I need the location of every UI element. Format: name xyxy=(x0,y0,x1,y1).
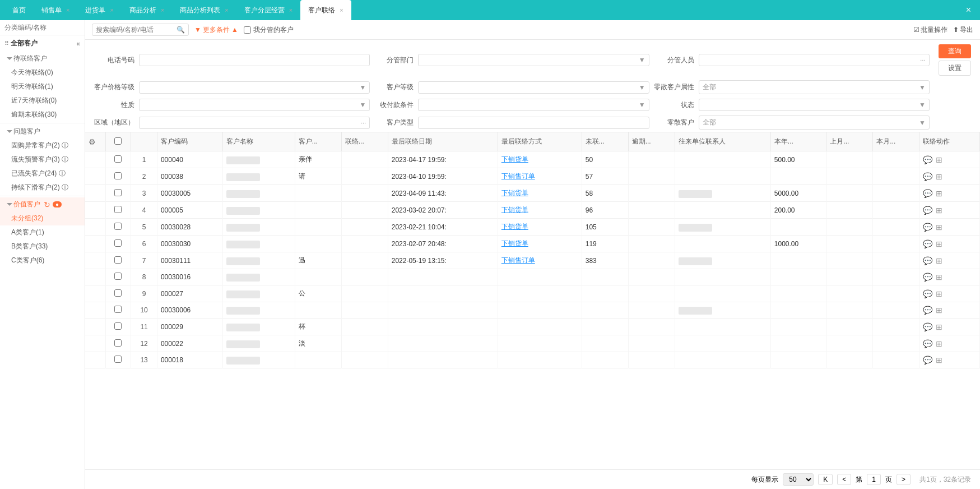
code-col-header[interactable]: 客户编码 xyxy=(157,132,222,151)
search-input[interactable] xyxy=(96,26,174,34)
sidebar-item-class-c[interactable]: C类客户(6) xyxy=(0,253,85,267)
grid-icon[interactable]: ⊞ xyxy=(936,223,942,232)
close-sales-tab[interactable]: × xyxy=(66,7,69,13)
contact-method-link[interactable]: 下销货单 xyxy=(501,223,528,230)
row-checkbox[interactable] xyxy=(114,155,122,163)
sidebar-item-churn-warning[interactable]: 流失预警客户(3) ⓘ xyxy=(0,153,85,167)
contact-method-link[interactable]: 下销售订单 xyxy=(501,172,535,180)
tab-goods-analysis[interactable]: 商品分析 × xyxy=(122,0,172,20)
row-checkbox[interactable] xyxy=(114,223,122,230)
tab-customer-tier[interactable]: 客户分层经营 × xyxy=(236,0,300,20)
checkbox-cell[interactable] xyxy=(105,319,131,335)
page-size-select[interactable]: 50 100 xyxy=(783,473,814,486)
cust-type-input[interactable] xyxy=(418,117,649,129)
price-level-select[interactable]: ▼ xyxy=(139,81,370,94)
sidebar-search-input[interactable] xyxy=(4,24,85,31)
close-purchase-tab[interactable]: × xyxy=(110,7,113,13)
manager-dots-btn[interactable]: ··· xyxy=(920,56,926,64)
dept-select[interactable]: ▼ xyxy=(418,54,649,66)
contact-method-link[interactable]: 下销货单 xyxy=(501,239,528,247)
close-goods-analysis-tab[interactable]: × xyxy=(161,7,164,13)
cust-level-select[interactable]: ▼ xyxy=(418,81,649,94)
sidebar-item-abnormal[interactable]: 固购异常客户(2) ⓘ xyxy=(0,139,85,153)
this-month-col-header[interactable]: 本月... xyxy=(873,132,919,151)
checkbox-cell[interactable] xyxy=(105,269,131,285)
close-goods-list-tab[interactable]: × xyxy=(225,7,228,13)
checkbox-cell[interactable] xyxy=(105,151,131,168)
checkbox-cell[interactable] xyxy=(105,168,131,185)
region-input[interactable]: ··· xyxy=(139,117,370,129)
contact-method-link[interactable]: 下销售订单 xyxy=(501,256,535,264)
grid-icon[interactable]: ⊞ xyxy=(936,189,942,198)
my-customers-check[interactable] xyxy=(244,26,251,34)
checkbox-cell[interactable] xyxy=(105,185,131,202)
prev-page-btn[interactable]: < xyxy=(837,474,851,485)
settings-col-header[interactable]: ⚙ xyxy=(85,132,105,151)
row-checkbox[interactable] xyxy=(114,356,122,363)
next-page-btn[interactable]: > xyxy=(897,474,911,485)
checkbox-cell[interactable] xyxy=(105,302,131,319)
last-method-col-header[interactable]: 最后联络方式 xyxy=(498,132,582,151)
manager-input[interactable]: ··· xyxy=(699,54,930,66)
grid-icon[interactable]: ⊞ xyxy=(936,273,942,282)
sidebar-item-tomorrow-pending[interactable]: 明天待联络(1) xyxy=(0,80,85,94)
settings-icon[interactable]: ⚙ xyxy=(89,137,96,146)
contact-method-link[interactable]: 下销货单 xyxy=(501,206,528,214)
all-customers-header[interactable]: ⠿ 全部客户 « xyxy=(0,35,85,52)
nature-select[interactable]: ▼ xyxy=(139,99,370,111)
chat-icon[interactable]: 💬 xyxy=(923,256,932,265)
sidebar-item-class-b[interactable]: B类客户(33) xyxy=(0,239,85,253)
batch-operation-btn[interactable]: ☑ 批量操作 xyxy=(913,25,948,35)
contact-col-header[interactable]: 联络... xyxy=(341,132,388,151)
sidebar-item-declining[interactable]: 持续下滑客户(2) ⓘ xyxy=(0,181,85,195)
close-customer-contact-tab[interactable]: × xyxy=(340,7,343,13)
row-checkbox[interactable] xyxy=(114,339,122,347)
row-checkbox[interactable] xyxy=(114,189,122,196)
row-checkbox[interactable] xyxy=(114,172,122,179)
reset-btn[interactable]: 设置 xyxy=(939,61,971,76)
sidebar-group-problem[interactable]: 问题客户 xyxy=(0,124,85,139)
checkbox-cell[interactable] xyxy=(105,202,131,219)
last-method-cell[interactable] xyxy=(498,285,582,302)
row-checkbox[interactable] xyxy=(114,273,122,280)
scatter-attr-select[interactable]: 全部▼ xyxy=(699,80,930,94)
checkbox-cell[interactable] xyxy=(105,252,131,269)
chat-icon[interactable]: 💬 xyxy=(923,322,932,331)
first-page-btn[interactable]: K xyxy=(818,474,833,485)
status-select[interactable]: ▼ xyxy=(699,99,930,111)
last-method-cell[interactable]: 下销售订单 xyxy=(498,252,582,269)
manager-text[interactable] xyxy=(703,56,918,64)
grid-icon[interactable]: ⊞ xyxy=(936,155,942,164)
search-box[interactable]: 🔍 xyxy=(92,24,189,36)
sidebar-item-today-pending[interactable]: 今天待联络(0) xyxy=(0,66,85,80)
chat-icon[interactable]: 💬 xyxy=(923,223,932,232)
sidebar-search-box[interactable]: 🔍 xyxy=(0,20,85,35)
last-method-cell[interactable]: 下销货单 xyxy=(498,236,582,252)
sidebar-item-churned[interactable]: 已流失客户(24) ⓘ xyxy=(0,167,85,181)
row-checkbox[interactable] xyxy=(114,256,122,264)
tab-purchase[interactable]: 进货单 × xyxy=(77,0,121,20)
query-btn[interactable]: 查询 xyxy=(939,44,971,58)
type-col-header[interactable]: 客户... xyxy=(295,132,341,151)
sidebar-item-overdue-pending[interactable]: 逾期未联络(30) xyxy=(0,108,85,122)
last-method-cell[interactable]: 下销货单 xyxy=(498,185,582,202)
grid-icon[interactable]: ⊞ xyxy=(936,206,942,215)
chat-icon[interactable]: 💬 xyxy=(923,356,932,365)
grid-icon[interactable]: ⊞ xyxy=(936,239,942,248)
this-year-col-header[interactable]: 本年... xyxy=(770,132,826,151)
sidebar-item-week-pending[interactable]: 近7天待联络(0) xyxy=(0,94,85,108)
chat-icon[interactable]: 💬 xyxy=(923,289,932,298)
grid-icon[interactable]: ⊞ xyxy=(936,356,942,365)
last-month-col-header[interactable]: 上月... xyxy=(826,132,873,151)
sidebar-group-value[interactable]: 价值客户 ↻ ● xyxy=(0,197,85,211)
checkbox-cell[interactable] xyxy=(105,219,131,236)
row-checkbox[interactable] xyxy=(114,289,122,297)
chat-icon[interactable]: 💬 xyxy=(923,306,932,315)
last-method-cell[interactable]: 下销货单 xyxy=(498,202,582,219)
search-icon[interactable]: 🔍 xyxy=(177,26,185,34)
tab-goods-list[interactable]: 商品分析列表 × xyxy=(172,0,236,20)
region-text[interactable] xyxy=(143,119,358,127)
chat-icon[interactable]: 💬 xyxy=(923,155,932,164)
chat-icon[interactable]: 💬 xyxy=(923,206,932,215)
last-method-cell[interactable]: 下销货单 xyxy=(498,219,582,236)
